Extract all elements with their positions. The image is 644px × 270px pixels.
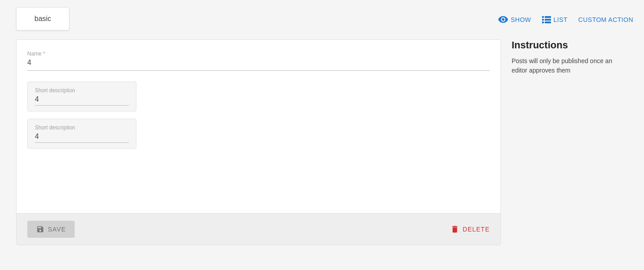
instructions-panel: Instructions Posts will only be publishe… (512, 39, 628, 245)
custom-action-button[interactable]: CUSTOM ACTION (578, 16, 633, 23)
instructions-text: Posts will only be published once an edi… (512, 56, 628, 75)
short-desc-field-1: Short description 4 (27, 81, 136, 111)
name-value[interactable]: 4 (27, 59, 490, 67)
top-bar-actions: SHOW LIST CUSTOM ACTION (498, 16, 633, 23)
save-icon (36, 225, 44, 233)
title-card-panel: basic (16, 7, 69, 30)
show-button[interactable]: SHOW (498, 16, 531, 23)
list-label: LIST (554, 16, 568, 23)
delete-button[interactable]: DELETE (450, 225, 490, 234)
trash-icon (450, 225, 459, 234)
title-card: basic (16, 7, 69, 30)
list-icon (542, 16, 551, 23)
bottom-actions: SAVE DELETE (17, 213, 500, 245)
show-label: SHOW (511, 16, 531, 23)
save-button[interactable]: SAVE (27, 221, 75, 238)
short-desc-field-2: Short description 4 (27, 119, 136, 149)
short-desc-2-value[interactable]: 4 (35, 133, 129, 143)
save-label: SAVE (48, 226, 66, 233)
form-section: Name * 4 Short description 4 Short descr… (16, 39, 501, 245)
name-field: Name * 4 (27, 51, 490, 71)
title-card-text: basic (34, 15, 51, 22)
eye-icon (498, 16, 508, 23)
instructions-title: Instructions (512, 39, 628, 51)
delete-label: DELETE (463, 226, 490, 233)
custom-action-label: CUSTOM ACTION (578, 16, 633, 23)
name-label: Name * (27, 51, 490, 57)
top-bar: basic SHOW LIST CUSTOM ACTION (0, 0, 644, 39)
short-desc-1-value[interactable]: 4 (35, 95, 129, 106)
short-desc-1-label: Short description (35, 87, 129, 94)
short-desc-2-label: Short description (35, 124, 129, 131)
list-button[interactable]: LIST (542, 16, 568, 23)
main-layout: Name * 4 Short description 4 Short descr… (0, 39, 644, 245)
